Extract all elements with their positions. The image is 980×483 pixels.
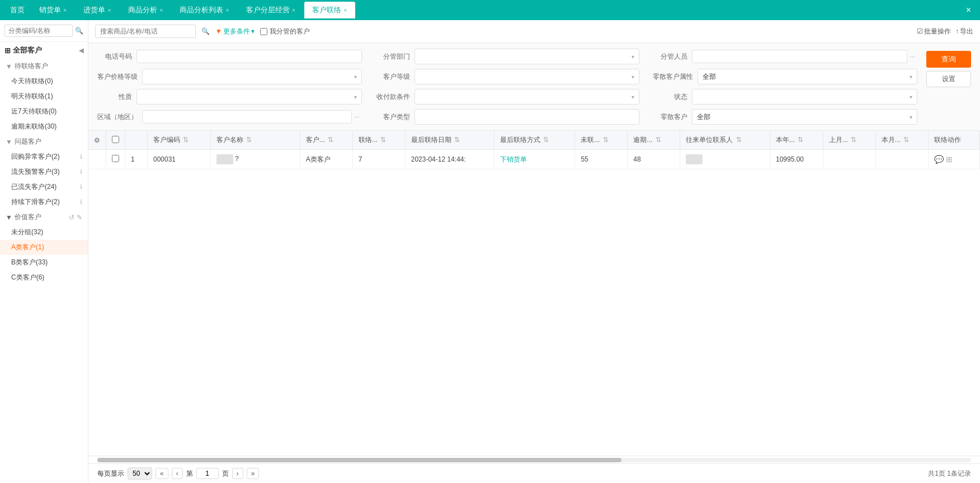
cell-checkbox[interactable] (106, 150, 125, 169)
col-last-contact-date[interactable]: 最后联络日期 ⇅ (405, 131, 494, 150)
sidebar-item-tomorrow[interactable]: 明天待联络(1) (0, 89, 88, 104)
col-code[interactable]: 客户编码 ⇅ (148, 131, 211, 150)
nav-tab-customer-contact-close[interactable]: × (343, 7, 347, 13)
batch-operation-button[interactable]: ☑ 批量操作 (917, 27, 951, 36)
prev-page-button[interactable]: ‹ (172, 468, 183, 479)
col-no-contact[interactable]: 未联... ⇅ (575, 131, 628, 150)
edit-icon[interactable]: ✎ (77, 214, 82, 221)
nav-tab-customer-contact[interactable]: 客户联络 × (304, 2, 355, 18)
sidebar-pending-contact-group[interactable]: ▼ 待联络客户 (0, 59, 88, 74)
col-overdue[interactable]: 逾期... ⇅ (628, 131, 680, 150)
sidebar-item-class-a[interactable]: A类客户(1) (0, 240, 88, 255)
page-size-select[interactable]: 50 (128, 467, 152, 480)
filter-price-grade-select[interactable]: ▾ (142, 69, 362, 84)
col-last-contact-date-sort[interactable]: ⇅ (454, 136, 460, 144)
refresh-icon[interactable]: ↺ (69, 214, 74, 221)
col-code-sort[interactable]: ⇅ (183, 136, 189, 144)
nav-tab-analysis-list[interactable]: 商品分析列表 × (172, 2, 237, 18)
filter-payment-label: 收付款条件 (375, 92, 414, 102)
nav-tab-sales[interactable]: 销货单 × (31, 2, 74, 18)
page-number-input[interactable] (196, 468, 219, 479)
sidebar-search-icon[interactable]: 🔍 (75, 27, 83, 35)
query-button[interactable]: 查询 (926, 51, 971, 68)
sidebar-item-repurchase[interactable]: 回购异常客户(2) ℹ (0, 149, 88, 164)
col-settings[interactable]: ⚙ (88, 131, 106, 150)
sidebar-search-input[interactable] (4, 25, 73, 37)
sidebar-collapse-icon[interactable]: ◀ (79, 47, 83, 54)
filter-manager-input[interactable] (692, 50, 907, 63)
filter-manager-dots[interactable]: ··· (907, 53, 917, 60)
nav-tab-purchase-close[interactable]: × (107, 7, 111, 13)
nav-tab-analysis[interactable]: 商品分析 × (120, 2, 171, 18)
sidebar-item-churned[interactable]: 已流失客户(24) ℹ (0, 179, 88, 195)
nav-tab-purchase[interactable]: 进货单 × (76, 2, 119, 18)
filter-customer-type-select[interactable] (414, 109, 640, 125)
sidebar-item-today[interactable]: 今天待联络(0) (0, 74, 88, 89)
col-contact-sort[interactable]: ⇅ (380, 136, 386, 144)
col-last-month-sort[interactable]: ⇅ (851, 136, 856, 144)
horizontal-scrollbar[interactable] (88, 456, 980, 463)
sidebar-item-7days[interactable]: 近7天待联络(0) (0, 104, 88, 119)
nav-tab-analysis-close[interactable]: × (159, 7, 163, 13)
filter-retail-select[interactable]: 全部 ▾ (692, 109, 917, 125)
nav-tab-analysis-list-close[interactable]: × (225, 7, 229, 13)
col-checkbox[interactable] (106, 131, 125, 150)
export-button[interactable]: ↑ 导出 (955, 27, 973, 36)
col-name-sort[interactable]: ⇅ (246, 136, 252, 144)
col-this-month[interactable]: 本月... ⇅ (875, 131, 928, 150)
close-all-button[interactable]: × (962, 5, 976, 15)
row-checkbox[interactable] (112, 155, 119, 162)
filter-status-select[interactable]: ▾ (692, 89, 917, 105)
sidebar-item-class-c[interactable]: C类客户(6) (0, 270, 88, 285)
grid-action-icon[interactable]: ⊞ (946, 155, 953, 164)
next-page-button[interactable]: › (232, 468, 243, 479)
col-name[interactable]: 客户名称 ⇅ (210, 131, 300, 150)
col-overdue-sort[interactable]: ⇅ (656, 136, 661, 144)
filter-region-input[interactable] (142, 110, 352, 124)
col-type-sort[interactable]: ⇅ (328, 136, 333, 144)
filter-dept-select[interactable]: ▾ (414, 49, 640, 64)
sidebar-item-churn-warning[interactable]: 流失预警客户(3) ℹ (0, 164, 88, 179)
sidebar-problem-customers-group[interactable]: ▼ 问题客户 (0, 134, 88, 149)
filter-more-button[interactable]: ▼ 更多条件 ▾ (215, 27, 255, 36)
last-page-button[interactable]: » (247, 468, 260, 479)
col-type[interactable]: 客户... ⇅ (300, 131, 352, 150)
col-last-contact-method-sort[interactable]: ⇅ (543, 136, 549, 144)
filter-phone-input[interactable] (136, 50, 362, 63)
settings-button[interactable]: 设置 (926, 71, 971, 87)
filter-search-input[interactable] (95, 25, 196, 38)
my-customers-checkbox[interactable] (260, 28, 267, 35)
col-last-contact-method[interactable]: 最后联络方式 ⇅ (494, 131, 575, 150)
filter-nature-select[interactable]: ▾ (136, 89, 362, 105)
col-this-month-sort[interactable]: ⇅ (903, 136, 909, 144)
first-page-button[interactable]: « (156, 468, 168, 479)
nav-tab-customer-segment-close[interactable]: × (292, 7, 295, 13)
col-last-month[interactable]: 上月... ⇅ (823, 131, 875, 150)
col-no-contact-sort[interactable]: ⇅ (603, 136, 609, 144)
filter-payment-select[interactable]: ▾ (414, 89, 640, 105)
select-all-checkbox[interactable] (112, 136, 119, 143)
nav-home[interactable]: 首页 (4, 2, 30, 18)
col-this-year-sort[interactable]: ⇅ (798, 136, 803, 144)
filter-scattered-attr-select[interactable]: 全部 ▾ (698, 69, 917, 84)
sidebar-item-declining[interactable]: 持续下滑客户(2) ℹ (0, 195, 88, 210)
filter-region-dots[interactable]: ··· (352, 113, 362, 121)
scroll-thumb[interactable] (97, 458, 621, 462)
filter-customer-grade-select[interactable]: ▾ (414, 69, 640, 84)
my-customers-checkbox-container[interactable]: 我分管的客户 (260, 27, 310, 36)
filter-search-icon[interactable]: 🔍 (201, 27, 210, 35)
col-this-year[interactable]: 本年... ⇅ (770, 131, 823, 150)
nav-tab-customer-segment[interactable]: 客户分层经营 × (238, 2, 303, 18)
sidebar-item-class-b[interactable]: B类客户(33) (0, 255, 88, 270)
col-contact[interactable]: 联络... ⇅ (352, 131, 405, 150)
sidebar-value-customers-group[interactable]: ▼ 价值客户 ↺ ✎ (0, 210, 88, 225)
chat-action-icon[interactable]: 💬 (934, 155, 944, 164)
settings-gear-icon[interactable]: ⚙ (94, 136, 100, 144)
sidebar-item-overdue[interactable]: 逾期未联络(30) (0, 119, 88, 134)
col-unit-contact[interactable]: 往来单位联系人 ⇅ (680, 131, 770, 150)
nav-tab-sales-close[interactable]: × (63, 7, 67, 13)
sidebar-item-ungrouped[interactable]: 未分组(32) (0, 225, 88, 240)
row-last-contact-method-link[interactable]: 下销货单 (500, 155, 527, 163)
sidebar-all-customers-header[interactable]: ⊞ 全部客户 ◀ (0, 42, 88, 59)
col-unit-contact-sort[interactable]: ⇅ (736, 136, 742, 144)
